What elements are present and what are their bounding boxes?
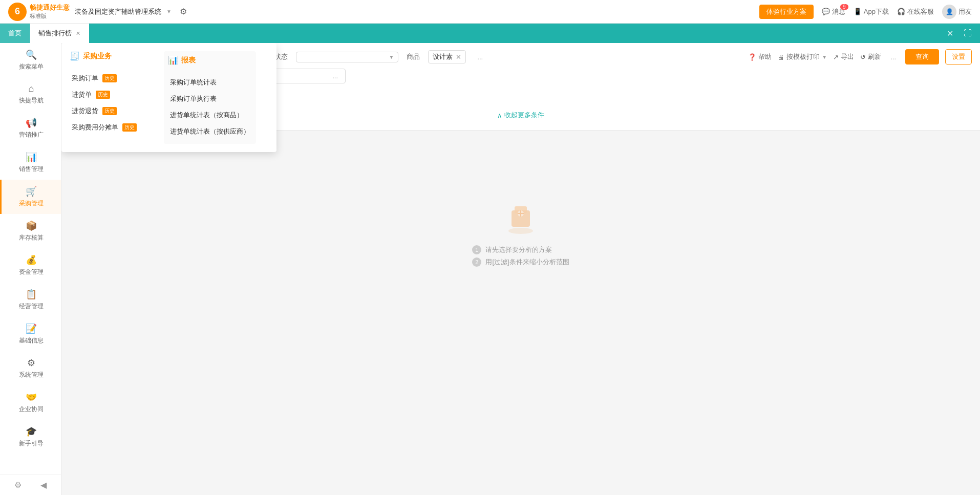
- tab-expand-button[interactable]: ⛶: [961, 28, 975, 39]
- dropdown-item-incoming[interactable]: 进货单 历史: [70, 87, 152, 103]
- history-badge-1: 历史: [96, 91, 110, 99]
- app-download-item[interactable]: 📱 App下载: [854, 7, 889, 16]
- main-layout: 🔍 搜索菜单 ⌂ 快捷导航 📢 营销推广 📊 销售管理 🛒 采购管理 📦: [0, 43, 980, 495]
- sidebar-item-enterprise[interactable]: 🤝 企业协同: [0, 385, 61, 420]
- refresh-icon: ↺: [860, 53, 866, 61]
- logo-icon: 6: [8, 3, 27, 21]
- sidebar-item-quicknav[interactable]: ⌂ 快捷导航: [0, 77, 61, 111]
- goods-tag-remove-icon[interactable]: ✕: [456, 53, 461, 61]
- mobile-icon: 📱: [854, 8, 862, 15]
- history-badge-0: 历史: [102, 74, 117, 82]
- enterprise-icon: 🤝: [26, 392, 37, 403]
- empty-hint-1: 1 请先选择要分析的方案: [472, 245, 569, 254]
- sidebar-item-inventory[interactable]: 📦 库存核算: [0, 214, 61, 248]
- goods-ellipsis-button[interactable]: ...: [474, 52, 486, 62]
- logo-area: 6 畅捷通好生意 标准版: [8, 3, 70, 21]
- export-button[interactable]: ↗ 导出: [833, 52, 854, 61]
- sidebar-item-finance[interactable]: 💰 资金管理: [0, 248, 61, 283]
- dropdown-item-return[interactable]: 进货退货 历史: [70, 103, 152, 119]
- sidebar-footer: ⚙ ◀: [0, 475, 61, 495]
- dropdown-col-purchase-title: 🧾 采购业务: [70, 51, 152, 64]
- system-icon: ⚙: [27, 357, 35, 369]
- headset-icon: 🎧: [897, 8, 905, 15]
- sidebar: 🔍 搜索菜单 ⌂ 快捷导航 📢 营销推广 📊 销售管理 🛒 采购管理 📦: [0, 43, 61, 495]
- marketing-icon: 📢: [26, 117, 37, 128]
- dropdown-menu: 🧾 采购业务 采购订单 历史 进货单 历史 进货退货 历史 采购费用分摊单: [61, 43, 276, 152]
- goods-label: 商品: [407, 52, 420, 61]
- dropdown-item-report-3[interactable]: 进货单统计表（按商品）: [168, 107, 252, 123]
- home-icon: ⌂: [29, 83, 34, 94]
- dropdown-col-purchase: 🧾 采购业务 采购订单 历史 进货单 历史 进货退货 历史 采购费用分摊单: [70, 51, 152, 144]
- purchase-col-icon: 🧾: [70, 51, 80, 61]
- logo-text: 畅捷通好生意 标准版: [30, 4, 70, 19]
- empty-illustration: [500, 196, 541, 237]
- topbar-actions: 体验行业方案 💬 消息 9 📱 App下载 🎧 在线客服 👤 用友: [759, 5, 972, 19]
- sidebar-item-operations[interactable]: 📋 经营管理: [0, 283, 61, 317]
- sidebar-item-purchase[interactable]: 🛒 采购管理: [0, 180, 61, 214]
- dropdown-item-purchase-order[interactable]: 采购订单 历史: [70, 70, 152, 87]
- sidebar-item-marketing[interactable]: 📢 营销推广: [0, 111, 61, 145]
- help-button[interactable]: ❓ 帮助: [748, 52, 772, 61]
- message-icon: 💬: [822, 8, 830, 15]
- refresh-button[interactable]: ↺ 刷新: [860, 52, 881, 61]
- print-chevron-icon: ▼: [822, 54, 827, 60]
- topbar: 6 畅捷通好生意 标准版 装备及固定资产辅助管理系统 ▼ ⚙ 体验行业方案 💬 …: [0, 0, 980, 24]
- notifications-item[interactable]: 💬 消息 9: [822, 7, 845, 16]
- online-service-item[interactable]: 🎧 在线客服: [897, 7, 934, 16]
- user-item[interactable]: 👤 用友: [942, 5, 972, 19]
- tab-sales-ranking[interactable]: 销售排行榜 ✕: [30, 24, 89, 43]
- svg-point-0: [508, 228, 533, 234]
- empty-hint-2: 2 用[过滤]条件来缩小分析范围: [472, 257, 569, 267]
- empty-state: 1 请先选择要分析的方案 2 用[过滤]条件来缩小分析范围: [61, 131, 980, 335]
- toolbar-ellipsis-button[interactable]: ...: [887, 52, 899, 62]
- dropdown-item-report-1[interactable]: 采购订单统计表: [168, 74, 252, 91]
- dropdown-item-report-2[interactable]: 采购订单执行表: [168, 91, 252, 107]
- topbar-icon-group: 💬 消息 9 📱 App下载 🎧 在线客服 👤 用友: [822, 5, 972, 19]
- operations-icon: 📋: [26, 289, 37, 300]
- salesperson-ellipsis-icon[interactable]: ...: [329, 71, 341, 81]
- history-badge-2: 历史: [102, 107, 117, 115]
- sidebar-item-guide[interactable]: 🎓 新手引导: [0, 420, 61, 454]
- export-icon: ↗: [833, 53, 839, 61]
- sidebar-item-base-info[interactable]: 📝 基础信息: [0, 317, 61, 351]
- query-button[interactable]: 查询: [905, 49, 939, 64]
- content-area: 近7天 更多 自定义 ~ 单据状态 ▼ 商品 设计素 ✕ ...: [61, 43, 980, 495]
- tabs-end-actions: ✕ ⛶: [944, 28, 980, 39]
- sidebar-item-sales[interactable]: 📊 销售管理: [0, 145, 61, 180]
- sidebar-collapse-button[interactable]: ◀: [40, 480, 47, 490]
- system-name: 装备及固定资产辅助管理系统 ▼ ⚙: [70, 5, 759, 18]
- tab-close-icon[interactable]: ✕: [76, 30, 80, 37]
- reports-col-icon: 📊: [168, 55, 178, 65]
- system-chevron-icon[interactable]: ▼: [166, 9, 172, 14]
- tabs-bar: 首页 销售排行榜 ✕ ✕ ⛶: [0, 24, 980, 43]
- guide-icon: 🎓: [26, 426, 37, 437]
- industry-button[interactable]: 体验行业方案: [759, 5, 814, 19]
- base-info-icon: 📝: [26, 323, 37, 334]
- print-button[interactable]: 🖨 按模板打印 ▼: [778, 52, 827, 61]
- inventory-icon: 📦: [26, 220, 37, 231]
- goods-tag[interactable]: 设计素 ✕: [428, 50, 466, 63]
- purchase-icon: 🛒: [26, 186, 37, 197]
- print-icon: 🖨: [778, 53, 784, 61]
- finance-icon: 💰: [26, 254, 37, 266]
- sidebar-nav: 🔍 搜索菜单 ⌂ 快捷导航 📢 营销推广 📊 销售管理 🛒 采购管理 📦: [0, 43, 61, 475]
- history-badge-3: 历史: [122, 123, 137, 132]
- avatar: 👤: [942, 5, 956, 19]
- settings-button[interactable]: 设置: [945, 49, 972, 64]
- dropdown-col-reports: 📊 报表 采购订单统计表 采购订单执行表 进货单统计表（按商品） 进货单统计表（…: [164, 51, 256, 144]
- empty-hints: 1 请先选择要分析的方案 2 用[过滤]条件来缩小分析范围: [472, 245, 569, 270]
- tab-close-all-button[interactable]: ✕: [944, 28, 956, 39]
- topbar-settings-icon[interactable]: ⚙: [178, 5, 189, 18]
- tab-home[interactable]: 首页: [0, 24, 30, 43]
- sidebar-item-search[interactable]: 🔍 搜索菜单: [0, 43, 61, 77]
- collapse-up-icon: ∧: [497, 112, 502, 119]
- dropdown-item-expense[interactable]: 采购费用分摊单 历史: [70, 119, 152, 136]
- bill-status-chevron-icon: ▼: [389, 54, 394, 60]
- notification-badge: 9: [840, 4, 848, 10]
- sidebar-item-system[interactable]: ⚙ 系统管理: [0, 351, 61, 385]
- search-icon: 🔍: [26, 49, 37, 60]
- toolbar-right: ❓ 帮助 🖨 按模板打印 ▼ ↗ 导出 ↺ 刷新: [748, 49, 972, 64]
- bill-status-select[interactable]: ▼: [296, 52, 398, 62]
- dropdown-item-report-4[interactable]: 进货单统计表（按供应商）: [168, 123, 252, 140]
- sidebar-settings-button[interactable]: ⚙: [14, 480, 22, 490]
